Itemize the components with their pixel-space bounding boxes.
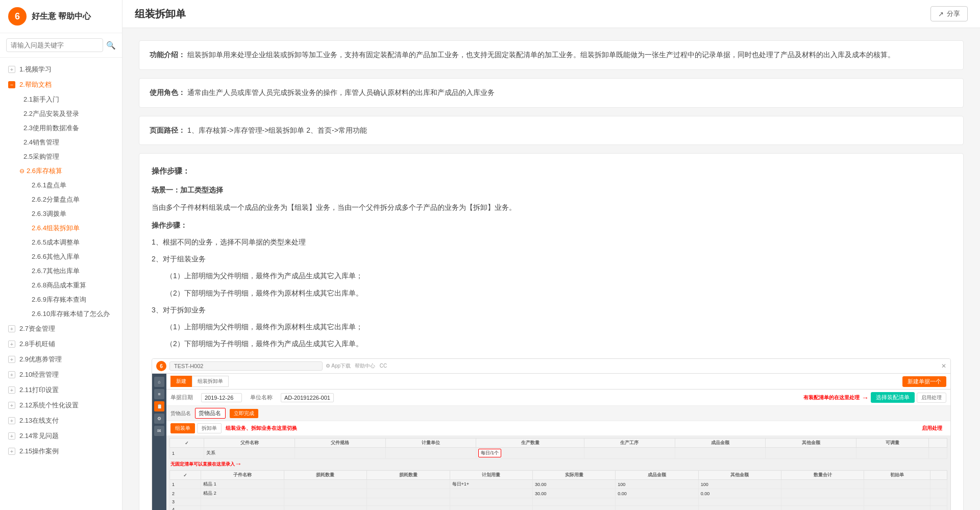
sc-cell-act	[929, 448, 947, 459]
sc-nav-icons: ⚙ App下载 帮助中心 CC	[326, 362, 387, 370]
search-input[interactable]	[6, 38, 103, 52]
func-intro-text: 组装拆卸单用来处理企业组装或拆卸等加工业务，支持有固定装配清单的产品加工业务，也…	[187, 51, 895, 59]
sidebar-item-2-6-1[interactable]: 2.6.1盘点单	[28, 178, 122, 192]
sc-cell-other-amt	[766, 448, 856, 459]
docs-sub-items: 2.1新手入门 2.2产品安装及登录 2.3使用前数据准备 2.4销售管理 2.…	[0, 92, 122, 321]
sc-annotation4: 无固定清单可以直接在这里录入	[170, 461, 235, 468]
sc-type-switcher: 组装单 拆卸单 组装业务、拆卸业务在这里切换 启用处理	[166, 421, 950, 436]
sidebar-item-2-6-5[interactable]: 2.6.5成本调整单	[28, 235, 122, 250]
sc-th2-actual: 实际用量	[532, 471, 615, 480]
sc-url-bar: TEST-H002	[169, 361, 323, 371]
sidebar-item-2-6-8[interactable]: 2.6.8商品成本重算	[28, 278, 122, 293]
sc-upper-row-1: 1 关系 每日/1个	[170, 448, 947, 459]
sidebar-item-2-14[interactable]: + 2.14常见问题	[0, 428, 122, 444]
sc-app-logo: 6	[156, 361, 166, 371]
func-intro-label: 功能介绍：	[150, 51, 185, 59]
sidebar-item-2-6-7[interactable]: 2.6.7其他出库单	[28, 264, 122, 278]
sc-new-btn[interactable]: 新建单据一个	[902, 376, 946, 387]
sc-tabs: 新建 组装拆卸单	[170, 376, 229, 387]
sidebar-item-2-11[interactable]: + 2.11打印设置	[0, 382, 122, 398]
sidebar-item-2-9[interactable]: + 2.9优惠券管理	[0, 352, 122, 367]
func-intro-block: 功能介绍： 组装拆卸单用来处理企业组装或拆卸等加工业务，支持有固定装配清单的产品…	[139, 40, 964, 70]
sc-th-check: ✓	[170, 439, 204, 448]
sc-close-icon: ✕	[941, 362, 946, 370]
sc-annotation3: 启用处理	[922, 425, 942, 432]
expand-icon-2-9: +	[8, 356, 15, 363]
sc-arrow-right: →	[862, 394, 869, 402]
sidebar-item-2-12[interactable]: + 2.12系统个性化设置	[0, 398, 122, 413]
sc-th-adj-qty: 可调量	[856, 439, 929, 448]
sc-cell-proc	[584, 448, 675, 459]
expand-icon-2-12: +	[8, 402, 15, 409]
sc-type-btns: 组装单 拆卸单	[170, 423, 222, 433]
sc-filter-value: 货物品名	[195, 408, 226, 419]
sub-items-2-6: 2.6.1盘点单 2.6.2分量盘点单 2.6.3调拨单 2.6.4组装拆卸单 …	[19, 178, 122, 321]
logo-area: 6 好生意 帮助中心	[0, 0, 122, 33]
sidebar-item-2-6-10[interactable]: 2.6.10库存账本错了怎么办	[28, 307, 122, 321]
sc-left-sidebar: ⌂ ≡ 📋 ⚙ ✉	[152, 374, 166, 510]
sc-side-icon-home: ⌂	[154, 377, 164, 387]
sidebar-item-2-6[interactable]: 2.6库存核算	[27, 164, 66, 178]
sc-btn-disassembly[interactable]: 拆卸单	[197, 423, 222, 433]
expand-icon-2-7: +	[8, 325, 15, 332]
page-title: 组装拆卸单	[135, 7, 186, 21]
expand-icon-2-8: +	[8, 341, 15, 348]
expand-icon-2-13: +	[8, 417, 15, 424]
sc-content-area: 新建 组装拆卸单 新建单据一个 单据日期 2019-12-26 单位名称 AD-…	[166, 374, 950, 510]
sidebar-item-2-2[interactable]: 2.2产品安装及登录	[19, 107, 122, 121]
nav-tree: + 1.视频学习 − 2.帮助文档 2.1新手入门 2.2产品安装及登录 2.3…	[0, 58, 122, 510]
step2-sub2: （2）下部明细为子件明细，最终作为原材料生成其它出库单。	[166, 287, 951, 300]
sc-annotation4-area: 无固定清单可以直接在这里录入 ↑	[166, 459, 950, 470]
sc-th-prod-amount: 成品金额	[675, 439, 766, 448]
sc-cell-prod-qty: 每日/1个	[476, 448, 584, 459]
sc-tab-new[interactable]: 新建	[170, 376, 192, 387]
role-block: 使用角色： 通常由生产人员或库管人员完成拆装业务的操作，库管人员确认原材料的出库…	[139, 78, 964, 108]
share-button[interactable]: ↗ 分享	[930, 6, 968, 21]
main-area: 组装拆卸单 ↗ 分享 功能介绍： 组装拆卸单用来处理企业组装或拆卸等加工业务，支…	[122, 0, 980, 510]
sc-form-header: 单据日期 2019-12-26 单位名称 AD-20191226-001 有装配…	[166, 390, 950, 406]
sc-titlebar: 6 TEST-H002 ⚙ App下载 帮助中心 CC ✕	[152, 359, 950, 374]
sidebar-item-2-15[interactable]: + 2.15操作案例	[0, 444, 122, 459]
sidebar-item-2-4[interactable]: 2.4销售管理	[19, 135, 122, 150]
sidebar-item-2-13[interactable]: + 2.13在线支付	[0, 413, 122, 428]
sc-th2-child-name: 子件名称	[201, 471, 284, 480]
ops-title: 操作步骤：	[152, 164, 951, 178]
sc-bom-select-btn[interactable]: 选择装配清单	[871, 392, 915, 403]
sidebar-item-2-3[interactable]: 2.3使用前数据准备	[19, 121, 122, 135]
sc-process-right-btn[interactable]: 启用处理	[917, 393, 946, 403]
step3-sub1: （1）上部明细为父件明细，最终作为原材料生成其它出库单；	[166, 321, 951, 333]
sidebar-item-2-7[interactable]: + 2.7资金管理	[0, 321, 122, 336]
sc-th2-spec: 损耗数量	[284, 471, 366, 480]
path-text: 1、库存核算->库存管理->组装拆卸单 2、首页->常用功能	[187, 126, 367, 134]
sc-lower-row-4: 4	[170, 506, 947, 510]
sc-arrow-down: ↑	[235, 463, 243, 466]
scene1-desc: 当由多个子件材料组装成一个成品的业务为【组装】业务，当由一个父件拆分成多个子产品…	[152, 201, 951, 214]
sidebar-item-2-6-9[interactable]: 2.6.9库存账本查询	[28, 293, 122, 307]
sc-tab-list[interactable]: 组装拆卸单	[192, 376, 229, 387]
sidebar-item-2-5[interactable]: 2.5采购管理	[19, 150, 122, 164]
step2-sub1: （1）上部明细为父件明细，最终作为产成品生成其它入库单；	[166, 270, 951, 282]
search-icon[interactable]: 🔍	[106, 41, 116, 50]
sidebar-item-2-6-3[interactable]: 2.6.3调拨单	[28, 207, 122, 221]
sidebar-item-2-1[interactable]: 2.1新手入门	[19, 92, 122, 107]
sc-btn-assembly[interactable]: 组装单	[170, 423, 195, 433]
sidebar-item-docs[interactable]: − 2.帮助文档	[0, 77, 122, 92]
sidebar-item-2-6-6[interactable]: 2.6.6其他入库单	[28, 250, 122, 264]
sidebar-item-2-10[interactable]: + 2.10经营管理	[0, 367, 122, 382]
sc-date-value: 2019-12-26	[201, 393, 242, 402]
top-bar: 组装拆卸单 ↗ 分享	[122, 0, 980, 28]
sc-th-proc: 生产工序	[584, 439, 675, 448]
expand-icon-2-11: +	[8, 386, 15, 394]
sc-confirm-btn[interactable]: 立即完成	[230, 409, 258, 418]
sc-lower-row-2: 2 精品 2 30.00 0.00 0.00	[170, 489, 947, 498]
sc-th2-plan: 计划用量	[450, 471, 532, 480]
step3: 3、对于拆卸业务	[152, 304, 951, 317]
sc-th2-check: ✓	[170, 471, 201, 480]
sidebar-item-2-8[interactable]: + 2.8手机旺铺	[0, 336, 122, 352]
sidebar-item-2-6-4[interactable]: 2.6.4组装拆卸单	[28, 221, 122, 235]
role-text: 通常由生产人员或库管人员完成拆装业务的操作，库管人员确认原材料的出库和产成品的入…	[187, 88, 495, 96]
sidebar-item-2-6-2[interactable]: 2.6.2分量盘点单	[28, 192, 122, 207]
sidebar-item-video[interactable]: + 1.视频学习	[0, 62, 122, 77]
expand-icon-docs: −	[8, 81, 15, 88]
sc-upper-table: ✓ 父件名称 父件规格 计量单位 生产数量 生产工序 成品金额 其他金额 可调量	[169, 438, 947, 459]
